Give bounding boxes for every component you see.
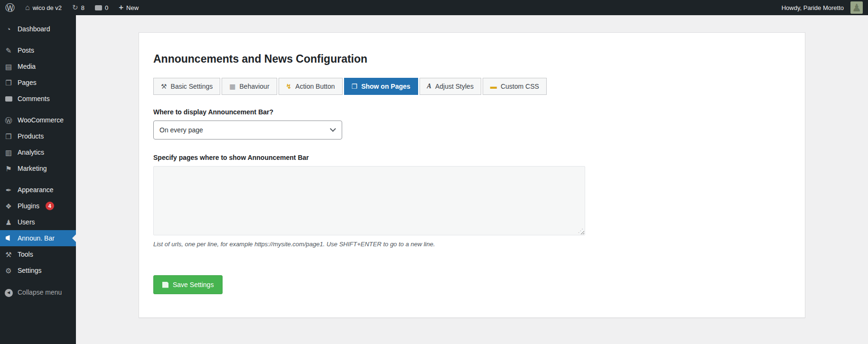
sidebar-item-appearance[interactable]: ✒ Appearance <box>0 182 76 198</box>
sidebar-item-label: Media <box>18 63 36 70</box>
sidebar-item-products[interactable]: ❒ Products <box>0 128 76 144</box>
tab-basic-settings[interactable]: ⚒ Basic Settings <box>153 78 220 95</box>
howdy-label: Howdy, Paride Moretto <box>782 4 844 11</box>
site-name-link[interactable]: wico de v2 <box>20 0 67 15</box>
tab-label: Basic Settings <box>171 83 213 90</box>
products-icon: ❒ <box>4 133 13 140</box>
megaphone-icon <box>4 235 13 242</box>
updates-icon <box>72 3 78 12</box>
content-area: Announcements and News Configuration ⚒ B… <box>76 15 868 344</box>
pages-stack-icon: ❐ <box>352 83 358 90</box>
media-icon: ▤ <box>4 63 13 70</box>
sidebar-item-label: Tools <box>18 251 33 258</box>
sidebar-item-label: Announ. Bar <box>18 234 55 242</box>
tab-label: Behaviour <box>240 83 270 90</box>
collapse-arrow-icon <box>4 288 13 297</box>
user-avatar <box>850 1 863 14</box>
pages-textarea[interactable] <box>153 166 585 235</box>
tab-label: Adjust Styles <box>435 83 474 90</box>
sidebar-item-media[interactable]: ▤ Media <box>0 58 76 74</box>
marketing-icon: ⚑ <box>4 165 13 172</box>
wordpress-logo-icon <box>5 1 15 14</box>
floppy-disk-icon <box>162 282 168 288</box>
sidebar-item-label: Posts <box>18 46 34 54</box>
analytics-icon: ▥ <box>4 149 13 156</box>
admin-sidebar: ◔ Dashboard ✎ Posts ▤ Media ❐ Pages Comm… <box>0 15 76 344</box>
plugins-icon: ❖ <box>4 203 13 210</box>
sidebar-item-comments[interactable]: Comments <box>0 91 76 107</box>
updates-link[interactable]: 8 <box>67 0 90 15</box>
tab-action-button[interactable]: ↯ Action Button <box>279 78 343 95</box>
tab-label: Custom CSS <box>501 83 539 90</box>
tab-show-on-pages[interactable]: ❐ Show on Pages <box>344 78 418 95</box>
tab-label: Action Button <box>295 83 335 90</box>
display-location-select-wrap: On every page <box>153 121 342 139</box>
table-icon: ▦ <box>229 83 235 90</box>
collapse-menu-label: Collapse menu <box>18 288 62 296</box>
site-name-label: wico de v2 <box>33 4 62 11</box>
admin-bar-left: wico de v2 8 0 New <box>0 0 144 15</box>
sidebar-item-posts[interactable]: ✎ Posts <box>0 42 76 58</box>
megaphone-icon <box>6 235 12 241</box>
sidebar-item-label: Settings <box>18 267 42 274</box>
save-settings-button[interactable]: Save Settings <box>153 275 223 294</box>
comments-link[interactable]: 0 <box>90 0 113 15</box>
new-content-button[interactable]: New <box>113 0 144 15</box>
font-style-icon: A <box>427 83 431 90</box>
display-location-label: Where to display Announcement Bar? <box>153 108 791 116</box>
tab-label: Show on Pages <box>361 83 410 90</box>
display-location-select[interactable]: On every page <box>153 121 342 139</box>
tools-icon: ⚒ <box>4 251 13 258</box>
save-settings-label: Save Settings <box>173 281 214 288</box>
tab-adjust-styles[interactable]: A Adjust Styles <box>420 78 481 95</box>
users-icon: ♟ <box>4 219 13 226</box>
sidebar-item-users[interactable]: ♟ Users <box>0 214 76 230</box>
sidebar-item-pages[interactable]: ❐ Pages <box>0 74 76 91</box>
comment-bubble-icon <box>5 96 12 102</box>
sidebar-item-tools[interactable]: ⚒ Tools <box>0 246 76 262</box>
plus-icon <box>119 3 123 12</box>
comments-icon <box>4 95 13 102</box>
menu-separator <box>0 177 76 182</box>
admin-bar: wico de v2 8 0 New Howdy, Paride Moretto <box>0 0 868 15</box>
sidebar-item-woocommerce[interactable]: Ⓦ WooCommerce <box>0 112 76 128</box>
collapse-arrow-icon <box>5 289 13 297</box>
posts-icon: ✎ <box>4 47 13 54</box>
tab-custom-css[interactable]: ▬ Custom CSS <box>483 78 547 95</box>
appearance-icon: ✒ <box>4 186 13 194</box>
sidebar-item-label: Pages <box>18 79 37 86</box>
pages-icon: ❐ <box>4 79 13 86</box>
sidebar-item-label: Dashboard <box>18 25 50 33</box>
plugins-update-badge: 4 <box>46 202 54 210</box>
pages-textarea-wrap <box>153 166 585 237</box>
sidebar-item-marketing[interactable]: ⚑ Marketing <box>0 160 76 177</box>
collapse-menu-button[interactable]: Collapse menu <box>0 284 76 300</box>
menu-separator <box>0 37 76 42</box>
sidebar-item-label: Comments <box>18 95 50 102</box>
woocommerce-icon: Ⓦ <box>4 117 13 124</box>
wordpress-menu-button[interactable] <box>0 0 20 15</box>
comment-bubble-icon <box>95 5 102 10</box>
comments-count: 0 <box>105 4 108 11</box>
settings-icon: ⚙ <box>4 267 13 274</box>
dashboard-icon: ◔ <box>4 26 13 33</box>
sidebar-item-announcement-bar[interactable]: Announ. Bar <box>0 230 76 246</box>
sidebar-item-label: Plugins <box>18 202 39 210</box>
sidebar-item-label: Appearance <box>18 186 54 194</box>
sidebar-item-label: WooCommerce <box>18 116 64 124</box>
tab-behaviour[interactable]: ▦ Behaviour <box>222 78 277 95</box>
new-label: New <box>126 4 139 11</box>
updates-count: 8 <box>81 4 84 11</box>
settings-tabs: ⚒ Basic Settings ▦ Behaviour ↯ Action Bu… <box>153 78 791 95</box>
sidebar-item-plugins[interactable]: ❖ Plugins 4 <box>0 198 76 214</box>
admin-bar-right: Howdy, Paride Moretto <box>776 0 868 15</box>
account-menu[interactable]: Howdy, Paride Moretto <box>776 0 868 15</box>
menu-separator <box>0 107 76 112</box>
sidebar-item-dashboard[interactable]: ◔ Dashboard <box>0 21 76 37</box>
settings-card: Announcements and News Configuration ⚒ B… <box>139 32 805 318</box>
sidebar-item-label: Marketing <box>18 165 47 172</box>
sidebar-item-label: Products <box>18 132 44 140</box>
pages-help-text: List of urls, one per line, for example … <box>153 241 791 248</box>
sidebar-item-analytics[interactable]: ▥ Analytics <box>0 144 76 160</box>
sidebar-item-settings[interactable]: ⚙ Settings <box>0 262 76 279</box>
